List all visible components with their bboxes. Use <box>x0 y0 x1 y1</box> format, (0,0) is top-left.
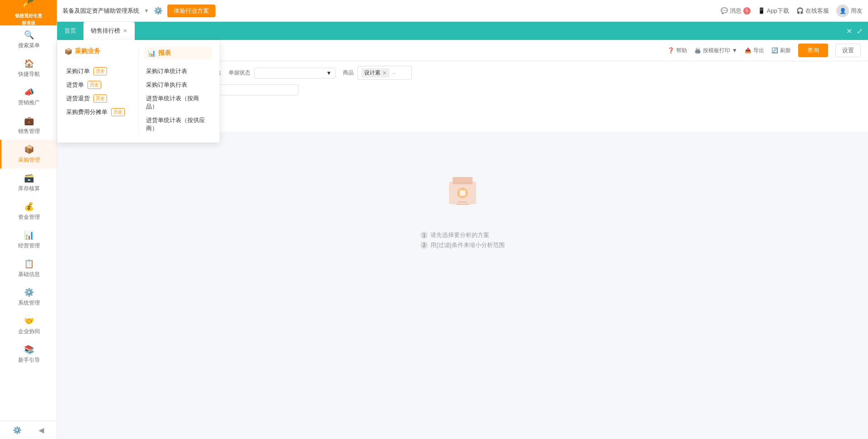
menu-item-inbound[interactable]: 进货单 历史 <box>64 78 133 92</box>
header-actions: 💬 消息 5 📱 App下载 🎧 在线客服 👤 用友 <box>721 5 863 17</box>
goods-input[interactable]: 设计素 ✕ ··· <box>357 66 412 80</box>
sidebar-item-guide[interactable]: 📚 新手引导 <box>0 340 57 369</box>
menu-item-inbound-stats-goods[interactable]: 进货单统计表（按商品） <box>144 92 213 113</box>
megaphone-icon: 📣 <box>24 87 34 97</box>
sidebar-collapse-btn[interactable]: ◀ <box>39 426 44 434</box>
user-action[interactable]: 👤 用友 <box>836 5 863 17</box>
sidebar-item-inventory[interactable]: 🗃️ 库存核算 <box>0 168 57 197</box>
phone-icon: 📱 <box>758 7 765 14</box>
menu-item-purchase-expense[interactable]: 采购费用分摊单 历史 <box>64 105 133 119</box>
menu-col-report: 📊 报表 采购订单统计表 采购订单执行表 进货单统计表（按商品） 进货单统计表（… <box>144 47 213 135</box>
voucher-status-label: 单据状态 <box>229 69 250 77</box>
tab-close-icon[interactable]: ✕ <box>123 28 127 34</box>
svg-rect-1 <box>453 177 473 184</box>
print-dropdown-icon[interactable]: ▼ <box>732 47 737 54</box>
online-service-label: 在线客服 <box>805 7 829 15</box>
svg-rect-3 <box>460 190 465 196</box>
refresh-label: 刷新 <box>780 47 791 54</box>
tabbar-expand-icon[interactable]: ⤢ <box>857 27 863 35</box>
menu-item-purchase-order-stats-label: 采购订单统计表 <box>146 67 187 75</box>
empty-step-1: 1 请先选择要分析的方案 <box>420 231 504 239</box>
hist-badge-purchase-expense: 历史 <box>111 108 125 116</box>
menu-item-purchase-order-exec[interactable]: 采购订单执行表 <box>144 78 213 92</box>
menu-item-inbound-stats-supplier[interactable]: 进货单统计表（按供应商） <box>144 113 213 135</box>
voucher-status-chevron: ▼ <box>326 70 332 76</box>
sidebar-item-system[interactable]: ⚙️ 系统管理 <box>0 283 57 311</box>
menu-report-label: 报表 <box>158 49 171 57</box>
sidebar-item-enterprise[interactable]: 🤝 企业协同 <box>0 311 57 340</box>
refresh-icon: 🔄 <box>771 47 778 54</box>
sidebar-item-purchase[interactable]: 📦 采购管理 <box>0 140 57 168</box>
menu-purchase-label: 采购业务 <box>75 47 100 55</box>
sidebar-item-guide-label: 新手引导 <box>18 356 40 364</box>
message-icon: 💬 <box>721 7 728 14</box>
sidebar-item-finance[interactable]: 💰 资金管理 <box>0 197 57 226</box>
hist-badge-purchase-order: 历史 <box>93 67 107 75</box>
query-button[interactable]: 查询 <box>798 44 828 57</box>
sidebar-item-marketing-label: 营销推广 <box>18 99 40 107</box>
goods-tag-close-icon[interactable]: ✕ <box>382 70 387 76</box>
sidebar-item-operations[interactable]: 📊 经营管理 <box>0 226 57 254</box>
avatar: 👤 <box>836 5 849 17</box>
voucher-status-select[interactable]: ▼ <box>254 68 336 79</box>
sidebar-item-quick-nav[interactable]: 🏠 快捷导航 <box>0 54 57 83</box>
chart-icon: 📊 <box>24 230 34 240</box>
print-button[interactable]: 🖨️ 按模板打印 ▼ <box>694 47 737 54</box>
empty-tip-2: 用[过滤]条件来缩小分析范围 <box>430 241 504 249</box>
step-num-1: 1 <box>420 232 428 239</box>
clipboard-icon: 📋 <box>24 259 34 269</box>
sidebar-item-sales[interactable]: 💼 销售管理 <box>0 111 57 140</box>
header-dropdown-btn[interactable]: ▼ <box>144 8 149 14</box>
goods-ellipsis: ··· <box>391 70 396 76</box>
sidebar-item-marketing[interactable]: 📣 营销推广 <box>0 83 57 111</box>
menu-purchase-icon: 📦 <box>64 48 72 55</box>
tab-sales-ranking[interactable]: 销售排行榜 ✕ <box>83 22 135 40</box>
salesperson-input[interactable]: ··· <box>208 84 298 95</box>
messages-action[interactable]: 💬 消息 5 <box>721 7 751 15</box>
menu-item-inbound-return[interactable]: 进货退货 历史 <box>64 92 133 105</box>
tab-home[interactable]: 首页 <box>57 22 83 40</box>
print-icon: 🖨️ <box>694 47 701 54</box>
menu-divider <box>138 47 139 135</box>
goods-tag-value: 设计素 <box>364 69 380 77</box>
home-icon: 🏠 <box>24 59 34 69</box>
sidebar-item-basic[interactable]: 📋 基础信息 <box>0 254 57 283</box>
app-download-action[interactable]: 📱 App下载 <box>758 7 789 15</box>
tabbar-close-icon[interactable]: ✕ <box>846 27 852 35</box>
messages-label: 消息 <box>730 7 741 15</box>
sidebar-item-operations-label: 经营管理 <box>18 242 40 250</box>
settings-button[interactable]: 设置 <box>835 44 861 57</box>
inventory-icon: 🗃️ <box>24 173 34 183</box>
header: 装备及固定资产辅助管理系统 ▼ ⚙️ 体验行业方案 💬 消息 5 📱 App下载… <box>57 0 868 22</box>
empty-state: 1 请先选择要分析的方案 2 用[过滤]条件来缩小分析范围 <box>57 132 868 287</box>
help-icon: ❓ <box>668 47 674 54</box>
empty-illustration <box>440 168 485 222</box>
app-download-label: App下载 <box>767 7 789 15</box>
menu-item-purchase-order[interactable]: 采购订单 历史 <box>64 64 133 78</box>
tabbar-actions: ✕ ⤢ <box>841 27 868 35</box>
sidebar-item-search[interactable]: 🔍 搜索菜单 <box>0 25 57 54</box>
menu-report-title: 📊 报表 <box>144 47 213 59</box>
search-icon: 🔍 <box>24 30 34 40</box>
help-button[interactable]: ❓ 帮助 <box>668 47 687 54</box>
goods-tag: 设计素 ✕ <box>361 68 390 78</box>
help-label: 帮助 <box>676 47 687 54</box>
logo-icon: 🍊 <box>22 0 35 12</box>
online-service-action[interactable]: 🎧 在线客服 <box>796 7 829 15</box>
refresh-button[interactable]: 🔄 刷新 <box>771 47 791 54</box>
sidebar-item-purchase-label: 采购管理 <box>18 156 40 164</box>
menu-item-purchase-order-stats[interactable]: 采购订单统计表 <box>144 64 213 78</box>
gear-icon: ⚙️ <box>24 287 34 297</box>
sidebar-settings-btn[interactable]: ⚙️ <box>13 426 22 434</box>
menu-item-purchase-order-exec-label: 采购订单执行表 <box>146 81 187 89</box>
menu-item-inbound-return-label: 进货退货 <box>66 94 90 103</box>
export-icon: 📤 <box>745 47 751 54</box>
sidebar-item-finance-label: 资金管理 <box>18 213 40 221</box>
voucher-status-group: 单据状态 ▼ <box>229 68 336 79</box>
dropdown-menu: 📦 采购业务 采购订单 历史 进货单 历史 进货退货 历史 采购费用分摊单 历史… <box>57 40 219 143</box>
header-gear-icon[interactable]: ⚙️ <box>154 6 163 15</box>
export-button[interactable]: 📤 导出 <box>745 47 764 54</box>
trial-button[interactable]: 体验行业方案 <box>167 5 215 17</box>
sidebar-item-basic-label: 基础信息 <box>18 271 40 278</box>
book-icon: 📚 <box>24 345 34 355</box>
